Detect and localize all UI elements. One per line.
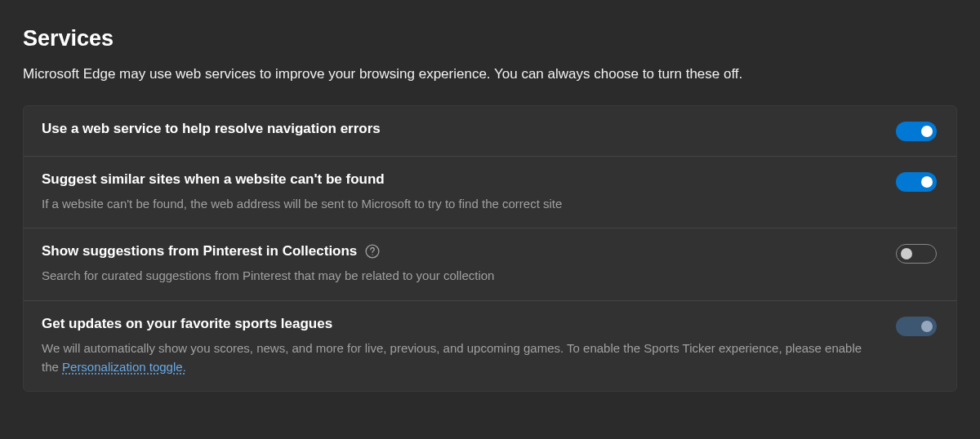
setting-label: Get updates on your favorite sports leag… — [42, 316, 863, 332]
setting-sub: We will automatically show you scores, n… — [42, 339, 863, 377]
setting-label-text: Show suggestions from Pinterest in Colle… — [42, 243, 357, 259]
setting-sub: If a website can't be found, the web add… — [42, 194, 863, 213]
setting-label: Use a web service to help resolve naviga… — [42, 121, 863, 137]
toggle-sports[interactable] — [896, 317, 937, 336]
svg-point-1 — [372, 255, 373, 255]
personalization-toggle-link[interactable]: Personalization toggle. — [62, 360, 186, 374]
setting-label: Suggest similar sites when a website can… — [42, 171, 863, 188]
setting-sub: Search for curated suggestions from Pint… — [42, 266, 863, 285]
settings-panel: Use a web service to help resolve naviga… — [23, 105, 957, 392]
toggle-pinterest[interactable] — [896, 244, 937, 264]
setting-row-sports: Get updates on your favorite sports leag… — [24, 301, 956, 392]
setting-label: Show suggestions from Pinterest in Colle… — [42, 243, 863, 259]
setting-row-navigation-errors: Use a web service to help resolve naviga… — [24, 106, 956, 157]
toggle-navigation-errors[interactable] — [896, 122, 937, 141]
page-description: Microsoft Edge may use web services to i… — [23, 66, 957, 82]
page-title: Services — [23, 26, 957, 51]
toggle-suggest-similar[interactable] — [896, 172, 937, 192]
question-circle-icon[interactable] — [365, 244, 380, 259]
setting-row-pinterest: Show suggestions from Pinterest in Colle… — [24, 228, 956, 300]
setting-row-suggest-similar: Suggest similar sites when a website can… — [24, 157, 956, 228]
